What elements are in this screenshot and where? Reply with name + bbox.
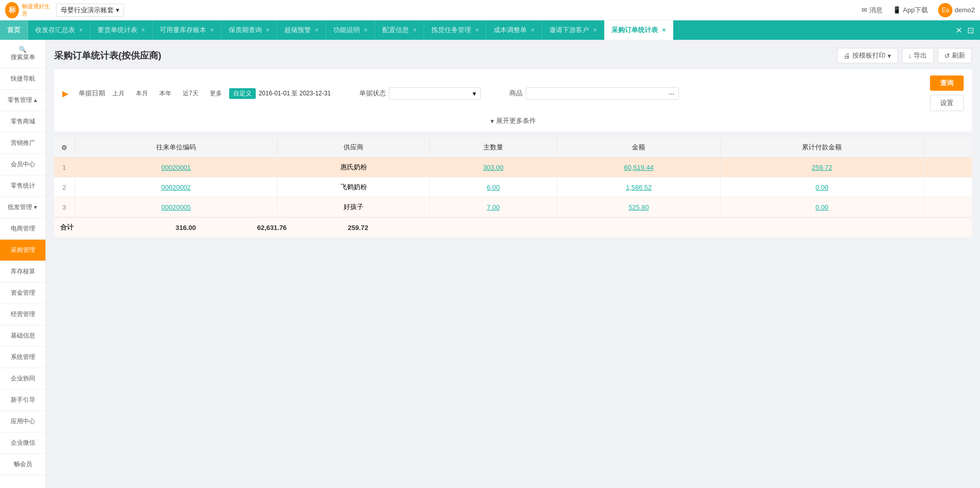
tab-keyongLiangkucun[interactable]: 可用量库存账本 × bbox=[153, 20, 222, 40]
chevron-down-icon: ▲ bbox=[33, 97, 38, 103]
sidebar-item-ecommerce[interactable]: 电商管理 bbox=[0, 218, 45, 240]
tab-chaochuYujing-label: 超储预警 bbox=[284, 25, 311, 35]
row-amount[interactable]: 1,586.52 bbox=[557, 177, 720, 197]
row-extra bbox=[923, 177, 972, 197]
row-paid[interactable]: 0.00 bbox=[720, 197, 923, 217]
row-qty[interactable]: 303.00 bbox=[429, 158, 557, 177]
ellipsis-icon[interactable]: ··· bbox=[669, 90, 674, 97]
tab-baoquanQixian-label: 保质期查询 bbox=[229, 25, 262, 35]
row-paid[interactable]: 259.72 bbox=[720, 158, 923, 177]
tab-peizhi[interactable]: 配置信息 × bbox=[375, 20, 424, 40]
user-profile[interactable]: Ea demo2 bbox=[938, 3, 975, 17]
sidebar-item-quicknav[interactable]: 快捷导航 bbox=[0, 68, 45, 90]
message-button[interactable]: ✉ 消息 bbox=[862, 6, 883, 15]
close-icon[interactable]: × bbox=[266, 27, 270, 34]
shortcut-this-year[interactable]: 本年 bbox=[155, 88, 176, 99]
maximize-button[interactable]: ⊡ bbox=[965, 25, 976, 35]
close-icon[interactable]: × bbox=[141, 27, 145, 34]
tab-home[interactable]: 首页 bbox=[0, 20, 28, 40]
query-button[interactable]: 查询 bbox=[930, 75, 964, 91]
sidebar-item-new-guide[interactable]: 新手引导 bbox=[0, 390, 45, 411]
row-qty[interactable]: 7.00 bbox=[429, 197, 557, 217]
close-icon[interactable]: × bbox=[79, 27, 83, 34]
th-settings[interactable]: ⚙ bbox=[54, 138, 75, 158]
table-row: 1 00020001 惠氏奶粉 303.00 60,519.44 259.72 bbox=[54, 158, 972, 177]
account-selector[interactable]: 母婴行业演示账套 ▾ bbox=[56, 4, 124, 17]
shortcut-more[interactable]: 更多 bbox=[206, 88, 226, 99]
sidebar-item-finance[interactable]: 资金管理 bbox=[0, 282, 45, 304]
row-supplier: 飞鹤奶粉 bbox=[278, 177, 429, 197]
sidebar-item-batch-mgmt[interactable]: 批发管理 ▼ bbox=[0, 197, 45, 218]
close-icon[interactable]: × bbox=[364, 27, 368, 34]
sidebar-item-member2[interactable]: 畅会员 bbox=[0, 454, 45, 475]
tab-caigouTongji[interactable]: 采购订单统计表 × bbox=[604, 20, 673, 40]
app-download-button[interactable]: 📱 App下载 bbox=[893, 6, 928, 15]
sidebar-item-operations[interactable]: 经营管理 bbox=[0, 304, 45, 325]
close-icon[interactable]: × bbox=[210, 27, 214, 34]
row-paid[interactable]: 0.00 bbox=[720, 177, 923, 197]
sidebar-item-member[interactable]: 会员中心 bbox=[0, 154, 45, 175]
sidebar-item-retail-shop[interactable]: 零售商城 bbox=[0, 111, 45, 133]
sidebar-item-purchase-mgmt[interactable]: 采购管理 bbox=[0, 240, 45, 261]
status-select[interactable]: ▾ bbox=[389, 87, 481, 100]
tab-baohuoRenwu[interactable]: 拣货任务管理 × bbox=[424, 20, 486, 40]
sidebar-item-retail-mgmt[interactable]: 零售管理 ▲ bbox=[0, 90, 45, 111]
print-button[interactable]: 🖨 按模板打印 ▾ bbox=[837, 48, 898, 63]
sidebar-item-enterprise-wechat[interactable]: 企业微信 bbox=[0, 432, 45, 454]
row-extra bbox=[923, 158, 972, 177]
filter-date-item: 单据日期 上月 本月 本年 近7天 更多 自定义 2016-01-01 至 20… bbox=[79, 88, 331, 99]
row-amount[interactable]: 525.80 bbox=[557, 197, 720, 217]
expand-conditions-button[interactable]: ▾ 展开更多条件 bbox=[491, 116, 536, 125]
row-unit-code[interactable]: 00020002 bbox=[75, 177, 278, 197]
row-amount[interactable]: 60,519.44 bbox=[557, 158, 720, 177]
main-layout: 🔍 搜索菜单 快捷导航 零售管理 ▲ 零售商城 营销推广 会员中心 零售统计 批… bbox=[0, 40, 980, 488]
th-supplier: 供应商 bbox=[278, 138, 429, 158]
tab-gongnengShuoming[interactable]: 功能说明 × bbox=[326, 20, 375, 40]
refresh-button[interactable]: ↺ 刷新 bbox=[938, 48, 972, 63]
sidebar-item-system[interactable]: 系统管理 bbox=[0, 347, 45, 368]
tab-chengbenTiaozheng[interactable]: 成本调整单 × bbox=[486, 20, 542, 40]
close-icon[interactable]: × bbox=[593, 27, 597, 34]
tab-shoufaHuizong[interactable]: 收发存汇总表 × bbox=[28, 20, 90, 40]
table-row: 3 00020005 好孩子 7.00 525.80 0.00 bbox=[54, 197, 972, 217]
tab-chaochuYujing[interactable]: 超储预警 × bbox=[277, 20, 326, 40]
sidebar-item-marketing[interactable]: 营销推广 bbox=[0, 133, 45, 154]
footer-amount: 62,631.76 bbox=[257, 224, 287, 232]
row-unit-code[interactable]: 00020001 bbox=[75, 158, 278, 177]
row-unit-code[interactable]: 00020005 bbox=[75, 197, 278, 217]
goods-label: 商品 bbox=[509, 89, 523, 98]
close-icon[interactable]: × bbox=[531, 27, 534, 34]
filter-date-shortcuts: 上月 本月 本年 近7天 更多 自定义 bbox=[108, 88, 256, 99]
collapse-arrow[interactable]: ▶ bbox=[62, 89, 68, 98]
tab-baoquanQixian[interactable]: 保质期查询 × bbox=[222, 20, 277, 40]
close-icon[interactable]: × bbox=[413, 27, 416, 34]
goods-input[interactable]: ··· bbox=[526, 87, 679, 100]
table-footer: 合计 316.00 62,631.76 259.72 bbox=[54, 217, 972, 237]
sidebar-item-retail-stats[interactable]: 零售统计 bbox=[0, 175, 45, 197]
shortcut-7days[interactable]: 近7天 bbox=[179, 88, 203, 99]
shortcut-prev-month[interactable]: 上月 bbox=[108, 88, 129, 99]
action-buttons: 查询 设置 bbox=[930, 75, 964, 111]
sidebar-item-enterprise-collab[interactable]: 企业协同 bbox=[0, 368, 45, 390]
row-qty[interactable]: 6.00 bbox=[429, 177, 557, 197]
top-bar: 标 畅捷通好生意 母婴行业演示账套 ▾ ✉ 消息 📱 App下载 Ea demo… bbox=[0, 0, 980, 20]
close-all-tabs-button[interactable]: ✕ bbox=[953, 25, 964, 35]
sidebar-item-app-center[interactable]: 应用中心 bbox=[0, 411, 45, 432]
close-icon[interactable]: × bbox=[662, 27, 666, 34]
export-button[interactable]: ↓ 导出 bbox=[902, 48, 934, 63]
custom-date-tag[interactable]: 自定义 bbox=[229, 88, 256, 99]
close-icon[interactable]: × bbox=[315, 27, 318, 34]
sidebar-item-search[interactable]: 🔍 搜索菜单 bbox=[0, 40, 45, 68]
sidebar: 🔍 搜索菜单 快捷导航 零售管理 ▲ 零售商城 营销推广 会员中心 零售统计 批… bbox=[0, 40, 46, 488]
settings-button[interactable]: 设置 bbox=[930, 95, 964, 111]
footer-qty: 316.00 bbox=[176, 224, 196, 232]
row-index: 2 bbox=[54, 177, 75, 197]
tab-baohuoRenwu-label: 拣货任务管理 bbox=[431, 25, 471, 35]
sidebar-item-basic-info[interactable]: 基础信息 bbox=[0, 325, 45, 347]
tab-yaohuoDan[interactable]: 要货单统计表 × bbox=[90, 20, 153, 40]
sidebar-item-inventory[interactable]: 库存核算 bbox=[0, 261, 45, 282]
shortcut-this-month[interactable]: 本月 bbox=[132, 88, 152, 99]
close-icon[interactable]: × bbox=[475, 27, 479, 34]
tab-yaoqing[interactable]: 邀请下游客户 × bbox=[542, 20, 604, 40]
app-download-icon: 📱 bbox=[893, 6, 901, 14]
